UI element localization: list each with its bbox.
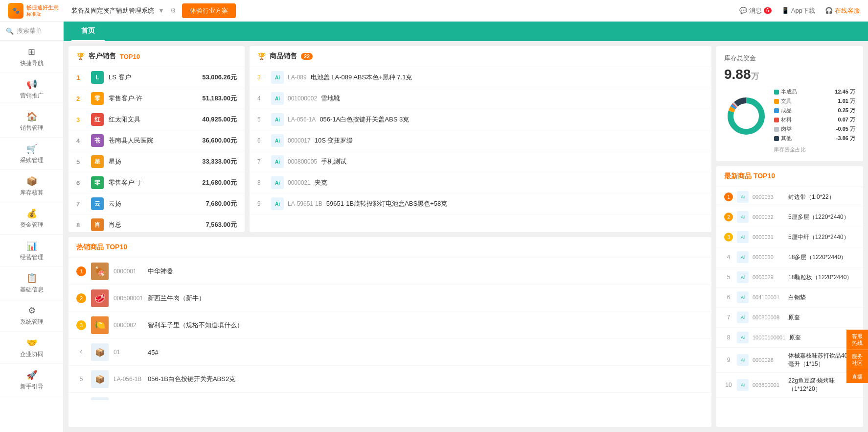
legend-color bbox=[774, 118, 779, 122]
sidebar-item-purchase[interactable]: 🛒 采购管理 bbox=[0, 138, 63, 170]
legend-item: 材料 0.07 万 bbox=[774, 116, 855, 123]
latest-item[interactable]: 4 Ai 0000030 18多层（1220*2440） bbox=[716, 247, 863, 267]
product-rank-row[interactable]: 7 Ai 000800005 手机测试 bbox=[250, 151, 711, 172]
sidebar-item-inventory[interactable]: 📦 库存核算 bbox=[0, 170, 63, 202]
product-name: 夹克 bbox=[315, 178, 327, 187]
customer-name: 苍南县人民医院 bbox=[109, 136, 197, 145]
product-info: 0000017 10S 变扭罗缦 bbox=[288, 136, 353, 145]
product-icon: Ai bbox=[737, 211, 749, 223]
latest-item[interactable]: 8 Ai 10000100001 原奎 bbox=[716, 328, 863, 348]
online-service-button[interactable]: 🎧 在线客服 bbox=[825, 6, 860, 15]
latest-item[interactable]: 10 Ai 003800001 22g鱼豆腐·烧烤味（1*12*20） bbox=[716, 373, 863, 398]
sidebar-item-basic[interactable]: 📋 基础信息 bbox=[0, 267, 63, 299]
rank-number: 1 bbox=[76, 74, 86, 81]
product-icon: Ai bbox=[737, 231, 749, 243]
community-button[interactable]: 服务社区 bbox=[846, 350, 868, 370]
legend-color bbox=[774, 127, 779, 132]
latest-item[interactable]: 1 Ai 0000033 封边带（1.0*22） bbox=[716, 187, 863, 207]
system-selector[interactable]: 装备及固定资产辅助管理系统 ▼ ⚙ bbox=[71, 6, 176, 15]
sidebar-item-quick-nav[interactable]: ⊞ 快捷导航 bbox=[0, 41, 63, 73]
rank-badge: 8 bbox=[724, 334, 733, 341]
customer-ranking-list: 1 L LS 客户 53,006.26元 2 零 零售客户·许 51,183.0… bbox=[69, 67, 245, 232]
latest-item[interactable]: 6 Ai 004100001 白钢垫 bbox=[716, 288, 863, 308]
bestseller-item[interactable]: 1 🍖 0000001 中华神器 bbox=[69, 258, 711, 285]
sidebar-item-finance[interactable]: 💰 资金管理 bbox=[0, 202, 63, 235]
trophy-icon: 🏆 bbox=[257, 52, 266, 60]
tab-home[interactable]: 首页 bbox=[71, 22, 105, 42]
sidebar-item-marketing[interactable]: 📢 营销推广 bbox=[0, 73, 63, 105]
rank-badge: 3 bbox=[76, 320, 86, 330]
product-icon: Ai bbox=[271, 113, 284, 126]
product-ranking-card: 🏆 商品销售 22 3 Ai LA-089 电池盖 LA-089 ABS本色+黑… bbox=[250, 46, 711, 232]
customer-rank-row[interactable]: 6 零 零售客户·于 21,680.00元 bbox=[69, 172, 245, 193]
logo: 🐾 畅捷通好生意 标准版 bbox=[8, 3, 71, 19]
bestseller-item[interactable]: 2 🥩 000500001 新西兰牛肉（新牛） bbox=[69, 285, 711, 312]
sidebar-item-coop[interactable]: 🤝 企业协同 bbox=[0, 332, 63, 364]
float-service: 客服热线 服务社区 直播 bbox=[846, 330, 868, 383]
trial-button[interactable]: 体验行业方案 bbox=[182, 3, 236, 18]
sidebar-item-guide[interactable]: 🚀 新手引导 bbox=[0, 364, 63, 396]
product-code: 000500001 bbox=[114, 295, 143, 302]
product-icon: Ai bbox=[271, 155, 284, 168]
product-thumbnail: 🍋 bbox=[91, 316, 109, 334]
trophy-icon: 🏆 bbox=[76, 52, 85, 60]
customer-avatar: 红 bbox=[91, 113, 104, 126]
customer-rank-row[interactable]: 8 肖 肖总 7,563.00元 bbox=[69, 215, 245, 232]
product-rank-row[interactable]: 3 Ai LA-089 电池盖 LA-089 ABS本色+黑种 7.1克 bbox=[250, 67, 711, 88]
customer-amount: 36,600.00元 bbox=[202, 136, 237, 145]
customer-rank-row[interactable]: 5 星 星扬 33,333.00元 bbox=[69, 151, 245, 172]
bestseller-item[interactable]: 3 🍋 0000002 智利车子里（规格不知道填什么） bbox=[69, 312, 711, 339]
rank-number: 4 bbox=[76, 137, 86, 144]
customer-rank-row[interactable]: 7 云 云扬 7,680.00元 bbox=[69, 193, 245, 215]
rank-number: 2 bbox=[76, 95, 86, 102]
product-rank-row[interactable]: 8 Ai 0000021 夹克 bbox=[250, 172, 711, 193]
product-name: 体械嘉枝味苏打饮品400毫升（1*15） bbox=[788, 352, 855, 368]
inventory-icon: 📦 bbox=[26, 176, 37, 187]
product-rank-row[interactable]: 9 Ai LA-59651-1B 59651-1B旋转投影灯电池盒ABS黑色+5… bbox=[250, 193, 711, 215]
customer-rank-row[interactable]: 1 L LS 客户 53,006.26元 bbox=[69, 67, 245, 88]
bestseller-list: 1 🍖 0000001 中华神器 2 🥩 000500001 新西兰牛肉 bbox=[69, 258, 711, 400]
product-rank-row[interactable]: 5 Ai LA-056-1A 056-1A白色按键开关盖ABS 3克 bbox=[250, 109, 711, 130]
bestseller-item[interactable]: 6 📦 LA-056-1A 056-1A白色按键开关盖ABS 3克 bbox=[69, 393, 711, 400]
product-badge: 22 bbox=[301, 53, 313, 60]
product-rank-row[interactable]: 4 Ai 001000002 雪地靴 bbox=[250, 88, 711, 109]
product-thumbnail: 📦 bbox=[91, 370, 109, 388]
customer-ranking-card: 🏆 客户销售 TOP10 1 L LS 客户 53,006.26元 bbox=[69, 46, 245, 232]
product-code: 0000030 bbox=[753, 254, 784, 260]
customer-rank-row[interactable]: 3 红 红太阳文具 40,925.00元 bbox=[69, 109, 245, 130]
search-menu[interactable]: 🔍 搜索菜单 bbox=[0, 22, 63, 41]
customer-rank-row[interactable]: 4 苍 苍南县人民医院 36,600.00元 bbox=[69, 130, 245, 151]
product-rank-row[interactable]: 6 Ai 0000017 10S 变扭罗缦 bbox=[250, 130, 711, 151]
latest-item[interactable]: 5 Ai 0000029 18颗粒板（1220*2440） bbox=[716, 267, 863, 288]
sidebar-item-system[interactable]: ⚙ 系统管理 bbox=[0, 299, 63, 332]
chart-legend: 半成品 12.45 万 文具 1.01 万 成品 0.25 万 bbox=[774, 88, 855, 144]
product-name: 45# bbox=[148, 349, 704, 356]
product-code: LA-056-1B bbox=[114, 376, 143, 383]
message-button[interactable]: 💬 消息 6 bbox=[739, 6, 772, 15]
latest-item[interactable]: 3 Ai 0000031 5厘中纤（1220*2440） bbox=[716, 227, 863, 247]
dropdown-icon[interactable]: ▼ bbox=[158, 7, 164, 14]
latest-item[interactable]: 9 Ai 0000028 体械嘉枝味苏打饮品400毫升（1*15） bbox=[716, 348, 863, 373]
sidebar-item-sales[interactable]: 🏠 销售管理 bbox=[0, 105, 63, 138]
purchase-icon: 🛒 bbox=[26, 144, 37, 154]
product-icon: Ai bbox=[737, 332, 749, 343]
customer-rank-row[interactable]: 2 零 零售客户·许 51,183.00元 bbox=[69, 88, 245, 109]
legend-value: -3.86 万 bbox=[836, 135, 855, 142]
rank-badge: 1 bbox=[76, 266, 86, 276]
rank-badge: 2 bbox=[76, 293, 86, 303]
gear-icon[interactable]: ⚙ bbox=[170, 7, 176, 14]
product-code: 0000032 bbox=[753, 214, 784, 220]
hotline-button[interactable]: 客服热线 bbox=[846, 330, 868, 350]
latest-item[interactable]: 7 Ai 000800008 原奎 bbox=[716, 308, 863, 328]
latest-item[interactable]: 2 Ai 0000032 5厘多层（1220*2440） bbox=[716, 207, 863, 227]
sidebar-item-operation[interactable]: 📊 经营管理 bbox=[0, 235, 63, 267]
bestseller-item[interactable]: 5 📦 LA-056-1B 056-1B白色按键开关壳ABS2克 bbox=[69, 366, 711, 393]
customer-amount: 21,680.00元 bbox=[202, 178, 237, 187]
product-code: 0000028 bbox=[753, 357, 784, 363]
live-button[interactable]: 直播 bbox=[846, 370, 868, 383]
product-icon: Ai bbox=[271, 71, 284, 84]
app-download-button[interactable]: 📱 App下载 bbox=[781, 6, 815, 15]
legend-value: 0.25 万 bbox=[838, 107, 855, 114]
bestseller-item[interactable]: 4 📦 01 45# bbox=[69, 339, 711, 366]
content-area: 🏆 客户销售 TOP10 1 L LS 客户 53,006.26元 bbox=[64, 41, 868, 432]
